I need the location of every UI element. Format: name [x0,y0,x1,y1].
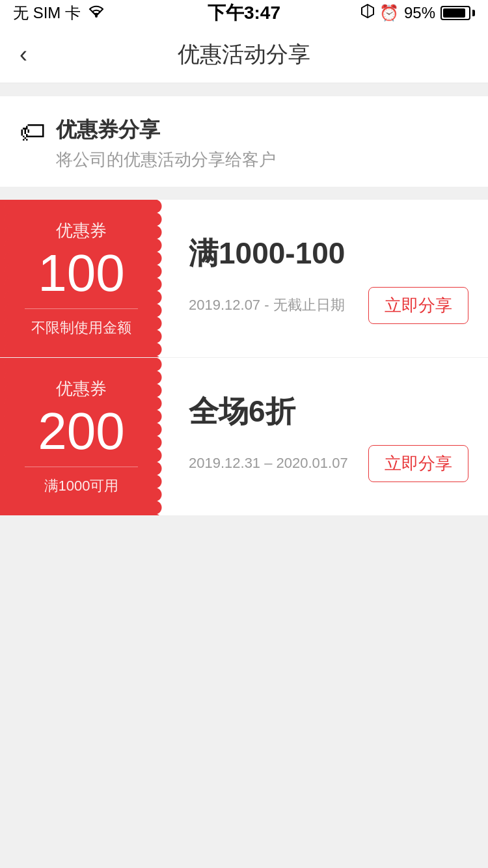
coupon-amount-2: 200 [38,405,124,457]
back-button[interactable]: ‹ [20,41,27,68]
coupon-meta-2: 2019.12.31 – 2020.01.07 立即分享 [189,445,468,482]
section-icon: 🏷 [20,117,46,146]
coupon-divider-1 [25,308,138,309]
coupon-label-1: 优惠券 [56,219,107,242]
svg-point-0 [95,15,98,18]
coupon-meta-1: 2019.12.07 - 无截止日期 立即分享 [189,287,468,324]
coupon-name-1: 满1000-100 [189,234,468,274]
empty-area [0,515,488,868]
location-icon [361,4,374,22]
battery-text: 95% [404,4,435,22]
coupon-right-1: 满1000-100 2019.12.07 - 无截止日期 立即分享 [163,200,488,357]
battery-icon [441,6,475,20]
coupon-card-1: 优惠券 100 不限制使用金额 满1000-100 2019.12.07 - 无… [0,200,488,358]
coupon-divider-2 [25,467,138,467]
coupon-left-1: 优惠券 100 不限制使用金额 [0,200,163,357]
coupon-right-2: 全场6折 2019.12.31 – 2020.01.07 立即分享 [163,358,488,515]
share-button-2[interactable]: 立即分享 [368,445,468,482]
coupon-left-2: 优惠券 200 满1000可用 [0,358,163,515]
page-title: 优惠活动分享 [178,40,310,70]
coupon-date-1: 2019.12.07 - 无截止日期 [189,295,345,315]
section-subtitle: 将公司的优惠活动分享给客户 [56,148,276,171]
coupon-date-2: 2019.12.31 – 2020.01.07 [189,455,348,472]
coupon-condition-1: 不限制使用金额 [31,318,131,338]
coupon-condition-2: 满1000可用 [44,476,119,496]
coupon-card-2: 优惠券 200 满1000可用 全场6折 2019.12.31 – 2020.0… [0,358,488,515]
status-time: 下午3:47 [208,1,280,25]
section-text: 优惠券分享 将公司的优惠活动分享给客户 [56,116,276,171]
coupon-name-2: 全场6折 [189,392,468,432]
status-right: ⏰ 95% [361,4,475,22]
status-bar: 无 SIM 卡 下午3:47 ⏰ 95% [0,0,488,26]
status-left: 无 SIM 卡 [13,3,105,23]
section-title: 优惠券分享 [56,116,276,144]
share-button-1[interactable]: 立即分享 [368,287,468,324]
alarm-icon: ⏰ [379,4,399,22]
wifi-icon [87,4,105,22]
coupon-amount-1: 100 [38,247,124,299]
carrier-text: 无 SIM 卡 [13,3,81,23]
coupon-label-2: 优惠券 [56,377,107,400]
nav-bar: ‹ 优惠活动分享 [0,26,488,83]
coupon-list: 优惠券 100 不限制使用金额 满1000-100 2019.12.07 - 无… [0,200,488,515]
section-header: 🏷 优惠券分享 将公司的优惠活动分享给客户 [0,96,488,187]
